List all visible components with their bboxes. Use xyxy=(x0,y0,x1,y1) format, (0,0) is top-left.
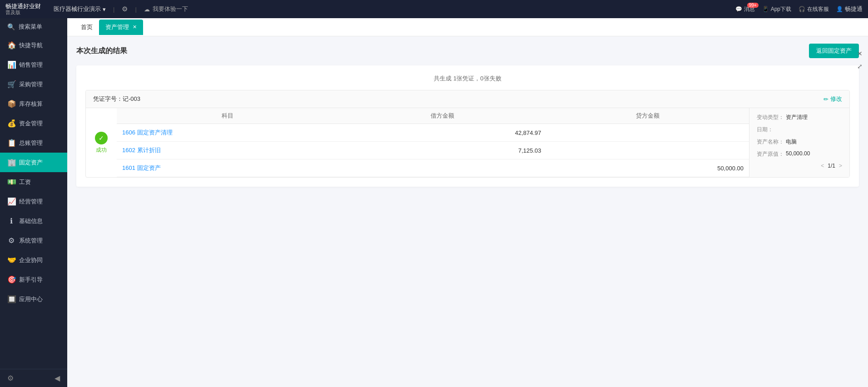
sidebar-settings-icon[interactable]: ⚙ xyxy=(7,374,14,382)
nav-bar: 医疗器械行业演示 ▾ | ⚙ | ☁ 我要体验一下 xyxy=(54,5,188,13)
debit-cell-3 xyxy=(338,159,546,177)
tab-home[interactable]: 首页 xyxy=(74,20,99,35)
asset-name-row: 资产名称： 电脑 xyxy=(757,138,842,146)
sidebar-item-system[interactable]: ⚙ 系统管理 xyxy=(0,231,67,250)
sidebar-item-payroll[interactable]: 💵 工资 xyxy=(0,172,67,192)
subject-cell-1: 1606 固定资产清理 xyxy=(117,124,338,142)
collab-icon: 🤝 xyxy=(7,256,15,264)
table-row: 1606 固定资产清理 42,874.97 xyxy=(117,124,749,142)
side-info-panel: 变动类型： 资产清理 日期： 资产名称： 电脑 xyxy=(749,108,849,177)
date-row: 日期： xyxy=(757,126,842,134)
messages-badge: 99+ xyxy=(747,3,759,8)
subject-cell-2: 1602 累计折旧 xyxy=(117,142,338,159)
company-selector[interactable]: 医疗器械行业演示 ▾ xyxy=(54,5,106,13)
sidebar-item-enterprise-collab[interactable]: 🤝 企业协同 xyxy=(0,250,67,270)
table-row: 1602 累计折旧 7,125.03 xyxy=(117,142,749,159)
sidebar-item-quick-nav[interactable]: 🏠 快捷导航 xyxy=(0,35,67,55)
app-download-btn[interactable]: 📱 App下载 xyxy=(762,5,791,13)
search-icon: 🔍 xyxy=(7,23,15,30)
result-summary: 共生成 1张凭证，0张失败 xyxy=(85,74,850,83)
voucher-number: 凭证字号：记-003 xyxy=(93,95,140,103)
operations-icon: 📈 xyxy=(7,197,15,206)
asset-original-value-row: 资产原值： 50,000.00 xyxy=(757,150,842,158)
result-card: 共生成 1张凭证，0张失败 凭证字号：记-003 ✏ 修改 xyxy=(76,65,859,187)
settings-icon[interactable]: ⚙ xyxy=(122,5,128,13)
sidebar-item-search-menu[interactable]: 🔍 搜索菜单 xyxy=(0,18,67,35)
entries-table: 科目 借方金额 贷方金额 1606 固定资产清理 42,874. xyxy=(117,108,749,177)
guide-icon: 🎯 xyxy=(7,275,15,284)
user-icon: 👤 xyxy=(836,6,843,12)
tab-bar: 首页 资产管理 ✕ xyxy=(67,18,868,36)
tab-close-btn[interactable]: ✕ xyxy=(133,24,137,30)
sidebar-collapse-icon[interactable]: ◀ xyxy=(55,374,60,382)
table-header-debit: 借方金额 xyxy=(338,108,546,124)
nav-separator: | xyxy=(113,6,114,13)
pagination-prev-btn[interactable]: < xyxy=(821,163,824,169)
voucher-body: ✓ 成功 科目 借方金额 贷方 xyxy=(86,108,849,177)
voucher-header: 凭证字号：记-003 ✏ 修改 xyxy=(86,90,849,108)
page-header: 本次生成的结果 返回固定资产 xyxy=(76,44,859,58)
subject-cell-3: 1601 固定资产 xyxy=(117,159,338,177)
credit-cell-3: 50,000.00 xyxy=(547,159,749,177)
message-icon: 💬 xyxy=(735,6,742,12)
header-right: 💬 消息 99+ 📱 App下载 🎧 在线客服 👤 畅捷通 xyxy=(735,5,863,13)
change-type-row: 变动类型： 资产清理 xyxy=(757,114,842,121)
user-menu[interactable]: 👤 畅捷通 xyxy=(836,5,863,13)
sidebar-item-basic-info[interactable]: ℹ 基础信息 xyxy=(0,211,67,231)
sidebar-item-inventory[interactable]: 📦 库存核算 xyxy=(0,94,67,114)
sidebar-item-fixed-assets[interactable]: 🏢 固定资产 xyxy=(0,153,67,172)
dropdown-icon: ▾ xyxy=(103,6,106,13)
sidebar-item-funds[interactable]: 💰 资金管理 xyxy=(0,114,67,133)
debit-cell-1: 42,874.97 xyxy=(338,124,546,142)
sidebar-item-purchase[interactable]: 🛒 采购管理 xyxy=(0,74,67,94)
pagination-current: 1/1 xyxy=(828,163,835,169)
headset-icon: 🎧 xyxy=(799,6,805,12)
tab-asset-management[interactable]: 资产管理 ✕ xyxy=(99,20,143,35)
date-label: 日期： xyxy=(757,126,773,134)
voucher-table: 科目 借方金额 贷方金额 1606 固定资产清理 42,874. xyxy=(117,108,749,177)
asset-name-value: 电脑 xyxy=(786,138,797,146)
success-indicator: ✓ 成功 xyxy=(86,108,117,177)
right-panel-controls: ✕ ⤢ xyxy=(852,45,868,74)
online-service-btn[interactable]: 🎧 在线客服 xyxy=(799,5,829,13)
sidebar-item-general-ledger[interactable]: 📋 总账管理 xyxy=(0,133,67,153)
experience-btn[interactable]: ☁ 我要体验一下 xyxy=(144,5,188,13)
purchase-icon: 🛒 xyxy=(7,80,15,89)
sales-icon: 📊 xyxy=(7,60,15,69)
voucher-edit-button[interactable]: ✏ 修改 xyxy=(823,95,842,103)
app-center-icon: 🔲 xyxy=(7,295,15,303)
credit-cell-2 xyxy=(547,142,749,159)
table-header-subject: 科目 xyxy=(117,108,338,124)
panel-expand-button[interactable]: ⤢ xyxy=(854,61,865,72)
system-icon: ⚙ xyxy=(7,236,15,245)
panel-close-button[interactable]: ✕ xyxy=(854,48,865,59)
sidebar: 🔍 搜索菜单 🏠 快捷导航 📊 销售管理 🛒 采购管理 📦 库存核算 💰 资金管… xyxy=(0,18,67,387)
funds-icon: 💰 xyxy=(7,119,15,128)
header-left: 畅捷通好业财 普及版 医疗器械行业演示 ▾ | ⚙ | ☁ 我要体验一下 xyxy=(5,3,188,16)
messages-btn[interactable]: 💬 消息 99+ xyxy=(735,5,755,13)
credit-cell-1 xyxy=(547,124,749,142)
info-icon: ℹ xyxy=(7,217,15,225)
voucher-section: 凭证字号：记-003 ✏ 修改 ✓ 成功 xyxy=(85,90,850,178)
debit-cell-2: 7,125.03 xyxy=(338,142,546,159)
sidebar-bottom: ⚙ ◀ xyxy=(0,369,67,387)
page-content: 本次生成的结果 返回固定资产 共生成 1张凭证，0张失败 凭证字号：记-003 … xyxy=(67,36,868,387)
page-title: 本次生成的结果 xyxy=(76,46,127,56)
sidebar-item-guide[interactable]: 🎯 新手引导 xyxy=(0,270,67,289)
sidebar-item-app-center[interactable]: 🔲 应用中心 xyxy=(0,289,67,309)
change-type-value: 资产清理 xyxy=(786,114,808,121)
home-icon: 🏠 xyxy=(7,41,15,50)
side-info-pagination: < 1/1 > xyxy=(757,163,842,169)
top-header: 畅捷通好业财 普及版 医疗器械行业演示 ▾ | ⚙ | ☁ 我要体验一下 💬 消… xyxy=(0,0,868,18)
pagination-next-btn[interactable]: > xyxy=(839,163,842,169)
sidebar-item-operations[interactable]: 📈 经营管理 xyxy=(0,192,67,211)
app-logo: 畅捷通好业财 普及版 xyxy=(5,3,41,16)
asset-name-label: 资产名称： xyxy=(757,138,784,146)
success-circle-icon: ✓ xyxy=(95,132,108,144)
cloud-icon: ☁ xyxy=(144,6,150,13)
edit-icon: ✏ xyxy=(823,96,828,103)
ledger-icon: 📋 xyxy=(7,139,15,147)
inventory-icon: 📦 xyxy=(7,99,15,108)
sidebar-item-sales[interactable]: 📊 销售管理 xyxy=(0,55,67,74)
main-layout: 🔍 搜索菜单 🏠 快捷导航 📊 销售管理 🛒 采购管理 📦 库存核算 💰 资金管… xyxy=(0,18,868,387)
